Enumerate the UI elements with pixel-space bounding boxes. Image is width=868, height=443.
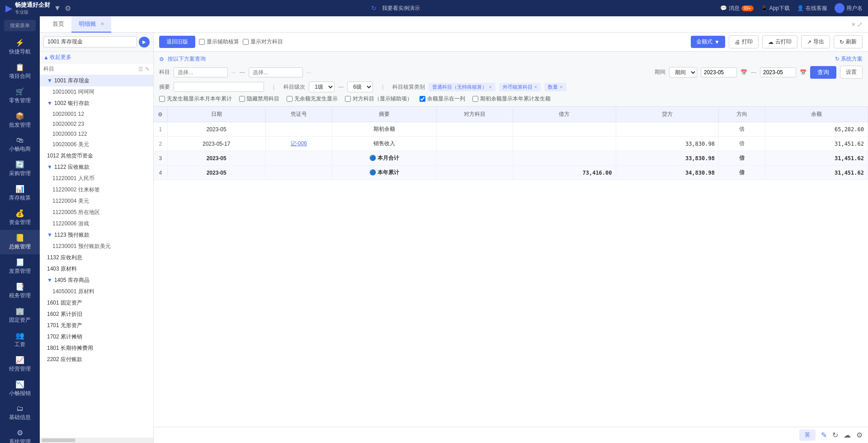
print-btn[interactable]: 🖨 打印	[729, 35, 759, 48]
tree-item-10020003[interactable]: 10020003 122	[40, 129, 153, 139]
sidebar-item-inventory[interactable]: 📊 库存核算	[0, 181, 40, 205]
expand-icon[interactable]: ▼	[54, 4, 61, 12]
period-to-input[interactable]	[760, 67, 796, 77]
tree-item-1132[interactable]: 1132 应收利息	[40, 252, 153, 263]
tree-edit-icon[interactable]: ✎	[145, 66, 150, 72]
window-close-btn[interactable]: ×	[852, 21, 855, 28]
sidebar-item-payroll[interactable]: 👥 工资	[0, 328, 40, 352]
show-opposite-input[interactable]	[243, 39, 249, 45]
sidebar-item-basic[interactable]: 🗂 基础信息	[0, 401, 40, 425]
sidebar-item-assets[interactable]: 🏢 固定资产	[0, 303, 40, 328]
tree-item-1012[interactable]: 1012 其他货币资金	[40, 150, 153, 162]
tree-item-1122[interactable]: ▼1122 应收账款	[40, 162, 153, 173]
sidebar-item-sales-report[interactable]: 📉 小畅报销	[0, 376, 40, 401]
collapse-btn[interactable]: ▲ 收起更多	[43, 53, 71, 61]
account-nav-btn[interactable]: ▶	[139, 37, 150, 48]
window-expand-btn[interactable]: ⤢	[857, 21, 863, 28]
tree-item-1601[interactable]: 1601 固定资产	[40, 297, 153, 309]
scrollbar-bottom[interactable]	[40, 438, 153, 443]
sidebar-item-tax[interactable]: 📑 税务管理	[0, 279, 40, 303]
app-download-btn[interactable]: 📱 App下载	[761, 5, 790, 12]
back-old-btn[interactable]: 退回旧版	[159, 36, 195, 48]
settings-bottom-icon[interactable]: ⚙	[856, 431, 863, 439]
cb-hide-disabled[interactable]: 隐藏禁用科目	[239, 95, 279, 103]
subject-from-input[interactable]	[174, 67, 228, 77]
tab-home[interactable]: 首页	[45, 16, 71, 33]
tree-item-11220005[interactable]: 11220005 所在地区	[40, 207, 153, 218]
sidebar-item-retail[interactable]: 🛒 零售管理	[0, 84, 40, 108]
sidebar-item-accounting[interactable]: 📒 总账管理	[0, 230, 40, 254]
tree-list-icon[interactable]: ☰	[138, 66, 143, 72]
cell-voucher[interactable]: 记-006	[265, 137, 332, 151]
show-aux-input[interactable]	[199, 39, 205, 45]
period-type-select[interactable]: 期间	[669, 67, 697, 78]
calendar-icon-1[interactable]: 📅	[741, 69, 747, 76]
tag-normal-close[interactable]: ×	[489, 84, 491, 90]
sidebar-item-operations[interactable]: 📈 经营管理	[0, 352, 40, 376]
cb-opposite-input[interactable]	[345, 96, 351, 102]
cb-opening-balance[interactable]: 期初余额显示本年累计发生额	[472, 95, 551, 103]
setting-btn[interactable]: 设置	[840, 66, 863, 79]
tree-item-1701[interactable]: 1701 无形资产	[40, 320, 153, 331]
sidebar-item-ecommerce[interactable]: 🛍 小畅电商	[0, 133, 40, 157]
export-btn[interactable]: ↗ 导出	[801, 35, 830, 48]
show-opposite-checkbox[interactable]: 显示对方科目	[243, 38, 283, 46]
tree-item-14050001[interactable]: 14050001 原材料	[40, 286, 153, 297]
cb-opposite[interactable]: 对方科目（显示辅助项）	[345, 95, 412, 103]
format-btn[interactable]: 金额式 ▼	[691, 36, 725, 48]
tree-item-11220001[interactable]: 11220001 人民币	[40, 173, 153, 184]
summary-input[interactable]	[174, 82, 264, 92]
filter-scheme[interactable]: ↻ 系统方案	[835, 55, 863, 63]
cb-no-balance[interactable]: 无余额无发生显示	[287, 95, 338, 103]
search-menu[interactable]: 搜索菜单	[4, 20, 36, 31]
refresh-bottom-icon[interactable]: ↻	[832, 431, 838, 439]
online-service-btn[interactable]: 👤 在线客服	[797, 5, 827, 12]
cb-no-occur[interactable]: 无发生额显示本月本年累计	[159, 95, 232, 103]
level-to-select[interactable]: 6级1级2级	[347, 81, 373, 92]
gear-icon[interactable]: ⚙	[158, 111, 163, 118]
cb-balance-one-col-input[interactable]	[420, 96, 425, 102]
cloud-bottom-icon[interactable]: ☁	[844, 431, 851, 439]
tree-item-1001[interactable]: ▼1001 库存现金	[40, 75, 153, 86]
demo-link[interactable]: 我要看实例演示	[382, 5, 420, 12]
message-btn[interactable]: 💬 消息 99+	[720, 5, 754, 12]
settings-icon[interactable]: ⚙	[65, 4, 71, 13]
tab-detail[interactable]: 明细账 ×	[71, 16, 111, 33]
cloud-print-btn[interactable]: ☁ 云打印	[762, 35, 797, 48]
cb-no-occur-input[interactable]	[159, 96, 165, 102]
tree-item-1405[interactable]: ▼1405 库存商品	[40, 275, 153, 286]
tree-item-11220002[interactable]: 11220002 往来标签	[40, 184, 153, 195]
period-from-input[interactable]	[701, 67, 737, 77]
sidebar-item-project[interactable]: 📋 项目合同	[0, 59, 40, 84]
subject-to-input[interactable]	[249, 67, 303, 77]
cb-opening-balance-input[interactable]	[472, 96, 478, 102]
tree-item-10020001[interactable]: 10020001 12	[40, 109, 153, 119]
sidebar-item-system[interactable]: ⚙ 系统管理	[0, 425, 40, 443]
tree-item-1702[interactable]: 1702 累计摊销	[40, 331, 153, 343]
tab-close-btn[interactable]: ×	[101, 20, 104, 27]
show-aux-checkbox[interactable]: 显示辅助核算	[199, 38, 239, 46]
tree-item-1123[interactable]: ▼1123 预付账款	[40, 229, 153, 241]
sidebar-item-purchase[interactable]: 🔄 采购管理	[0, 157, 40, 181]
tree-item-10010001[interactable]: 10010001 呵呵呵	[40, 86, 153, 98]
level-from-select[interactable]: 1级2级3级	[309, 81, 335, 92]
tree-item-2202[interactable]: 2202 应付账款	[40, 354, 153, 365]
tag-foreign-close[interactable]: ×	[534, 84, 537, 90]
filter-gear[interactable]: ⚙	[159, 56, 164, 62]
cb-balance-one-col[interactable]: 余额显示在一列	[420, 95, 465, 103]
edit-icon[interactable]: ✎	[821, 431, 827, 439]
tree-item-11220006[interactable]: 11220006 游戏	[40, 218, 153, 229]
cb-no-balance-input[interactable]	[287, 96, 292, 102]
sidebar-item-wholesale[interactable]: 📦 批发管理	[0, 108, 40, 133]
tree-item-11230001[interactable]: 11230001 预付账款美元	[40, 241, 153, 252]
calendar-icon-2[interactable]: 📅	[800, 69, 807, 76]
tree-item-1403[interactable]: 1403 原材料	[40, 263, 153, 275]
tag-qty-close[interactable]: ×	[560, 84, 562, 90]
sidebar-item-funds[interactable]: 💰 资金管理	[0, 205, 40, 230]
refresh-btn[interactable]: ↻ 刷新	[834, 35, 863, 48]
tree-item-10020006[interactable]: 10020006 美元	[40, 139, 153, 150]
sidebar-item-quicknav[interactable]: ⚡ 快捷导航	[0, 35, 40, 59]
account-selector[interactable]: 1001 库存现金	[43, 36, 137, 48]
tree-item-1602[interactable]: 1602 累计折旧	[40, 309, 153, 320]
tree-item-10020002[interactable]: 10020002 23	[40, 119, 153, 129]
